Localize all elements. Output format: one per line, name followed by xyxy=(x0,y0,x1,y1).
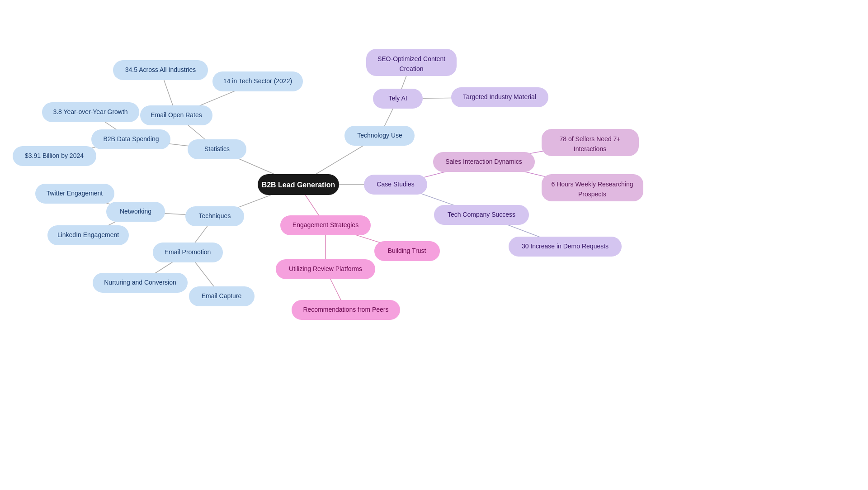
tely-ai-node: Tely AI xyxy=(373,89,423,109)
svg-text:Creation: Creation xyxy=(400,65,424,72)
tech-company-success-node: Tech Company Success xyxy=(434,205,529,225)
svg-text:Statistics: Statistics xyxy=(204,145,230,152)
svg-text:Targeted Industry Material: Targeted Industry Material xyxy=(463,93,536,100)
6-hours-node: 6 Hours Weekly Researching Prospects xyxy=(542,174,643,201)
34-industries-node: 34.5 Across All Industries xyxy=(113,60,208,80)
svg-text:Engagement Strategies: Engagement Strategies xyxy=(292,221,359,228)
svg-text:78 of Sellers Need 7+: 78 of Sellers Need 7+ xyxy=(559,135,620,143)
svg-text:Techniques: Techniques xyxy=(199,212,231,219)
svg-text:30 Increase in Demo Requests: 30 Increase in Demo Requests xyxy=(522,243,609,250)
technology-use-node: Technology Use xyxy=(344,126,415,146)
nurturing-conversion-node: Nurturing and Conversion xyxy=(93,273,188,293)
svg-text:Networking: Networking xyxy=(120,208,151,215)
techniques-node: Techniques xyxy=(185,206,244,226)
391-billion-node: $3.91 Billion by 2024 xyxy=(13,146,96,166)
email-promotion-node: Email Promotion xyxy=(153,243,223,262)
engagement-strategies-node: Engagement Strategies xyxy=(280,215,371,235)
svg-text:B2B Data Spending: B2B Data Spending xyxy=(104,135,159,143)
recommendations-peers-node: Recommendations from Peers xyxy=(292,300,400,320)
networking-node: Networking xyxy=(106,202,165,222)
mind-map: B2B Lead Generation Statistics Email Ope… xyxy=(0,0,868,490)
svg-text:14 in Tech Sector (2022): 14 in Tech Sector (2022) xyxy=(223,77,292,85)
svg-text:Technology Use: Technology Use xyxy=(357,132,402,139)
svg-text:34.5 Across All Industries: 34.5 Across All Industries xyxy=(125,66,196,73)
svg-text:3.8 Year-over-Year Growth: 3.8 Year-over-Year Growth xyxy=(53,108,127,115)
svg-text:$3.91 Billion by 2024: $3.91 Billion by 2024 xyxy=(25,152,84,159)
linkedin-engagement-node: LinkedIn Engagement xyxy=(47,225,129,245)
svg-text:Email Promotion: Email Promotion xyxy=(165,248,211,256)
seo-content-node: SEO-Optimized Content Creation xyxy=(366,49,457,76)
38-growth-node: 3.8 Year-over-Year Growth xyxy=(42,102,139,122)
svg-text:LinkedIn Engagement: LinkedIn Engagement xyxy=(57,231,119,238)
svg-text:Nurturing and Conversion: Nurturing and Conversion xyxy=(104,279,176,286)
case-studies-node: Case Studies xyxy=(364,175,427,195)
svg-text:Sales Interaction Dynamics: Sales Interaction Dynamics xyxy=(445,158,522,165)
svg-text:6 Hours Weekly Researching: 6 Hours Weekly Researching xyxy=(551,181,633,188)
utilizing-review-node: Utilizing Review Platforms xyxy=(276,259,375,279)
svg-text:SEO-Optimized Content: SEO-Optimized Content xyxy=(377,55,445,62)
svg-text:Utilizing Review Platforms: Utilizing Review Platforms xyxy=(289,265,362,272)
svg-text:Recommendations from Peers: Recommendations from Peers xyxy=(303,306,388,313)
svg-text:Case Studies: Case Studies xyxy=(377,181,414,188)
b2b-data-spending-node: B2B Data Spending xyxy=(91,129,170,149)
svg-text:Email Open Rates: Email Open Rates xyxy=(151,111,202,119)
sales-interaction-node: Sales Interaction Dynamics xyxy=(433,152,535,172)
30-increase-node: 30 Increase in Demo Requests xyxy=(509,237,622,257)
email-open-rates-node: Email Open Rates xyxy=(140,105,212,125)
email-capture-node: Email Capture xyxy=(189,286,255,306)
svg-text:Tely AI: Tely AI xyxy=(388,95,407,102)
svg-text:Twitter Engagement: Twitter Engagement xyxy=(47,190,103,197)
center-label: B2B Lead Generation xyxy=(262,181,335,189)
14-tech-sector-node: 14 in Tech Sector (2022) xyxy=(212,71,303,91)
building-trust-node: Building Trust xyxy=(374,241,440,261)
svg-text:Interactions: Interactions xyxy=(574,145,606,152)
center-node: B2B Lead Generation xyxy=(258,174,339,195)
78-sellers-node: 78 of Sellers Need 7+ Interactions xyxy=(542,129,639,156)
svg-text:Prospects: Prospects xyxy=(578,190,606,198)
statistics-node: Statistics xyxy=(188,139,246,159)
svg-text:Email Capture: Email Capture xyxy=(202,292,242,300)
svg-text:Building Trust: Building Trust xyxy=(388,247,426,254)
targeted-industry-node: Targeted Industry Material xyxy=(451,87,548,107)
svg-text:Tech Company Success: Tech Company Success xyxy=(448,211,515,218)
twitter-engagement-node: Twitter Engagement xyxy=(35,184,114,204)
